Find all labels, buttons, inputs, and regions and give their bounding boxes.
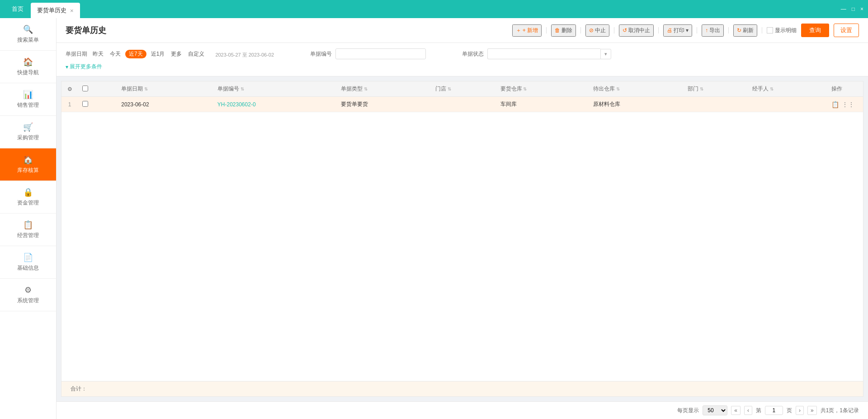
window-minimize[interactable]: — xyxy=(841,6,846,12)
sidebar-item-label-ops-mgmt: 经营管理 xyxy=(17,232,39,239)
prev-page-btn[interactable]: ‹ xyxy=(744,406,752,415)
sys-mgmt-icon: ⚙ xyxy=(24,285,32,295)
sidebar-item-label-basic-info: 基础信息 xyxy=(17,264,39,272)
tab-active[interactable]: 要货单历史 × xyxy=(31,3,80,18)
col-dept-header[interactable]: 部门 xyxy=(683,81,748,97)
display-detail-checkbox[interactable] xyxy=(767,27,773,33)
cell-checkbox[interactable] xyxy=(78,97,117,112)
col-pendingwarehouse-header[interactable]: 待出仓库 xyxy=(589,81,683,97)
select-all-checkbox[interactable] xyxy=(82,86,88,91)
cancel-stop-icon: ↺ xyxy=(623,27,627,33)
billno-link[interactable]: YH-20230602-0 xyxy=(217,101,256,108)
date-shortcuts: 昨天 今天 近7天 近1月 更多 自定义 xyxy=(91,50,206,58)
delete-button[interactable]: 🗑 删除 xyxy=(551,24,576,37)
sidebar-item-purchase-mgmt[interactable]: 🛒 采购管理 xyxy=(0,116,56,148)
new-icon: ＋ xyxy=(516,27,521,34)
cell-date: 2023-06-02 xyxy=(117,97,213,112)
settings-col-icon[interactable]: ⚙ xyxy=(67,86,72,92)
refresh-button[interactable]: ↻ 刷新 xyxy=(733,24,757,37)
billno-input[interactable] xyxy=(335,48,426,59)
ops-mgmt-icon: 📋 xyxy=(23,220,33,230)
page-size-label: 每页显示 xyxy=(677,407,699,414)
window-close[interactable]: × xyxy=(860,6,863,12)
table-container: ⚙ 单据日期 单据编号 单据类型 门店 要货仓库 待出仓库 部门 xyxy=(61,81,863,397)
date-btn-more[interactable]: 更多 xyxy=(169,50,184,58)
divider-2 xyxy=(580,27,581,33)
finance-mgmt-icon: 🔒 xyxy=(23,187,33,197)
sidebar-item-inventory-calc[interactable]: 🏠 库存核算 xyxy=(0,148,56,181)
tab-active-label: 要货单历史 xyxy=(37,6,66,14)
col-date-header[interactable]: 单据日期 xyxy=(117,81,213,97)
col-settings[interactable]: ⚙ xyxy=(61,81,78,97)
query-button[interactable]: 查询 xyxy=(801,24,829,37)
cell-store xyxy=(431,97,495,112)
setting-button[interactable]: 设置 xyxy=(834,24,859,37)
tab-close-icon[interactable]: × xyxy=(70,7,74,14)
expand-more-btn[interactable]: ▾ 展开更多条件 xyxy=(66,63,859,71)
display-detail-toggle[interactable]: 显示明细 xyxy=(767,27,797,34)
date-range-display: 2023-05-27 至 2023-06-02 xyxy=(215,52,274,58)
last-page-btn[interactable]: » xyxy=(807,406,817,415)
sidebar-item-sys-mgmt[interactable]: ⚙ 系统管理 xyxy=(0,279,56,311)
delete-icon: 🗑 xyxy=(555,27,560,33)
tab-home[interactable]: 首页 xyxy=(5,0,31,18)
date-btn-1month[interactable]: 近1月 xyxy=(149,50,167,58)
action-icons: 📋 ⋮⋮ xyxy=(831,101,859,108)
col-checkbox-header[interactable] xyxy=(78,81,117,97)
billno-filter-label: 单据编号 xyxy=(310,50,332,58)
more-action-icon[interactable]: ⋮⋮ xyxy=(842,101,854,108)
col-reqwarehouse-header[interactable]: 要货仓库 xyxy=(496,81,589,97)
window-maximize[interactable]: □ xyxy=(852,6,855,12)
sidebar-item-finance-mgmt[interactable]: 🔒 资金管理 xyxy=(0,181,56,214)
table-scroll[interactable]: ⚙ 单据日期 单据编号 单据类型 门店 要货仓库 待出仓库 部门 xyxy=(61,81,863,381)
stop-button[interactable]: ⊘ 中止 xyxy=(585,24,609,37)
sidebar-item-sales-mgmt[interactable]: 📊 销售管理 xyxy=(0,83,56,116)
top-bar: 首页 要货单历史 × — □ × xyxy=(0,0,868,18)
page-label: 第 xyxy=(756,407,761,414)
inventory-calc-icon: 🏠 xyxy=(23,155,33,165)
current-page-input[interactable] xyxy=(765,406,783,415)
table-footer: 合计： xyxy=(61,381,863,396)
data-table: ⚙ 单据日期 单据编号 单据类型 门店 要货仓库 待出仓库 部门 xyxy=(61,81,863,112)
next-page-btn[interactable]: › xyxy=(796,406,804,415)
toolbar: ＋ + 新增 🗑 删除 ⊘ 中止 ↺ 取消中止 xyxy=(512,24,859,37)
first-page-btn[interactable]: « xyxy=(731,406,741,415)
page-size-select[interactable]: 20 50 100 xyxy=(703,405,727,415)
date-filter-label: 单据日期 xyxy=(66,50,87,58)
sidebar-item-ops-mgmt[interactable]: 📋 经营管理 xyxy=(0,214,56,246)
refresh-icon: ↻ xyxy=(737,27,741,33)
cell-handler xyxy=(748,97,827,112)
date-btn-yesterday[interactable]: 昨天 xyxy=(91,50,105,58)
date-btn-today[interactable]: 今天 xyxy=(108,50,123,58)
sidebar-item-basic-info[interactable]: 📄 基础信息 xyxy=(0,246,56,279)
quick-nav-icon: 🏠 xyxy=(23,57,33,67)
col-action-header: 操作 xyxy=(827,81,863,97)
basic-info-icon: 📄 xyxy=(23,252,33,262)
date-btn-custom[interactable]: 自定义 xyxy=(186,50,206,58)
date-btn-7days[interactable]: 近7天 xyxy=(125,50,146,58)
status-dropdown-btn[interactable]: ▾ xyxy=(600,49,611,59)
sidebar-item-search-menu[interactable]: 🔍 搜索菜单 xyxy=(0,18,56,51)
col-handler-header[interactable]: 经手人 xyxy=(748,81,827,97)
sidebar-item-label-finance-mgmt: 资金管理 xyxy=(17,199,39,207)
status-input[interactable] xyxy=(487,48,600,59)
cell-index: 1 xyxy=(61,97,78,112)
export-icon: ↑ xyxy=(705,27,708,33)
sidebar-item-quick-nav[interactable]: 🏠 快捷导航 xyxy=(0,51,56,83)
col-store-header[interactable]: 门店 xyxy=(431,81,495,97)
export-button[interactable]: ↑ 导出 xyxy=(702,24,724,37)
print-icon: 🖨 xyxy=(667,27,672,33)
new-button[interactable]: ＋ + 新增 xyxy=(512,24,542,37)
total-info: 共1页，1条记录 xyxy=(821,407,859,414)
cancel-stop-button[interactable]: ↺ 取消中止 xyxy=(619,24,654,37)
window-controls: — □ × xyxy=(841,6,863,12)
col-billtype-header[interactable]: 单据类型 xyxy=(336,81,431,97)
edit-action-icon[interactable]: 📋 xyxy=(831,101,839,108)
sum-label: 合计： xyxy=(71,386,87,392)
row-checkbox[interactable] xyxy=(82,101,88,107)
table-header-row: ⚙ 单据日期 单据编号 单据类型 门店 要货仓库 待出仓库 部门 xyxy=(61,81,863,97)
print-button[interactable]: 🖨 打印 ▾ xyxy=(663,24,692,37)
col-billno-header[interactable]: 单据编号 xyxy=(213,81,337,97)
filter-item-billno: 单据编号 xyxy=(310,48,426,59)
cell-dept xyxy=(683,97,748,112)
